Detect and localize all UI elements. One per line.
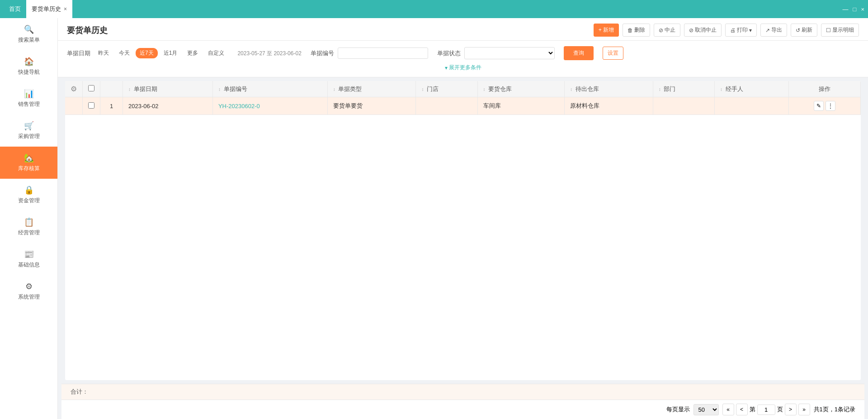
top-bar: 首页 要货单历史 × — □ × bbox=[0, 0, 868, 18]
page-last-btn[interactable]: » bbox=[798, 404, 810, 415]
maximize-btn[interactable]: □ bbox=[853, 6, 857, 13]
row-edit-btn[interactable]: ✎ bbox=[814, 101, 824, 111]
sidebar-item-label: 经营管理 bbox=[18, 229, 40, 237]
col-date-label: 单据日期 bbox=[134, 86, 157, 92]
row-checkbox[interactable] bbox=[88, 102, 94, 109]
col-store[interactable]: 门店 bbox=[416, 81, 477, 97]
sidebar-item-quicknav[interactable]: 🏠 快捷导航 bbox=[0, 50, 57, 82]
date-btn-1month[interactable]: 近1月 bbox=[160, 48, 182, 58]
footer-total-label: 合计： bbox=[71, 388, 88, 396]
sidebar-item-basic[interactable]: 📰 基础信息 bbox=[0, 243, 57, 275]
search-button[interactable]: 查询 bbox=[564, 46, 594, 60]
refresh-label: 刷新 bbox=[802, 26, 812, 34]
delete-icon: 🗑 bbox=[627, 27, 633, 33]
col-code-label: 单据编号 bbox=[224, 86, 247, 92]
search-menu-icon: 🔍 bbox=[24, 24, 34, 34]
select-all-checkbox[interactable] bbox=[88, 85, 94, 91]
delete-label: 删除 bbox=[634, 26, 645, 34]
data-table: ⚙ 单据日期 单据编号 bbox=[65, 81, 861, 115]
close-btn[interactable]: × bbox=[861, 6, 864, 13]
footer-bar: 合计： bbox=[61, 384, 864, 400]
delete-button[interactable]: 🗑 删除 bbox=[623, 24, 650, 37]
print-button[interactable]: 🖨 打印 ▾ bbox=[725, 24, 757, 37]
col-type[interactable]: 单据类型 bbox=[327, 81, 416, 97]
filter-date: 单据日期 昨天 今天 近7天 近1月 更多 自定义 bbox=[67, 48, 228, 58]
col-date[interactable]: 单据日期 bbox=[123, 81, 213, 97]
expand-icon: ▾ bbox=[445, 65, 448, 71]
filter-row-2: ▾ 展开更多条件 bbox=[67, 64, 859, 71]
table-container: ⚙ 单据日期 单据编号 bbox=[65, 81, 861, 380]
sidebar-item-sales[interactable]: 📊 销售管理 bbox=[0, 82, 57, 114]
col-req-warehouse[interactable]: 要货仓库 bbox=[477, 81, 565, 97]
close-tab-icon[interactable]: × bbox=[64, 6, 67, 12]
quick-nav-icon: 🏠 bbox=[24, 57, 34, 67]
expand-conditions-btn[interactable]: ▾ 展开更多条件 bbox=[445, 64, 481, 71]
export-button[interactable]: ↗ 导出 bbox=[760, 24, 787, 37]
active-tab[interactable]: 要货单历史 × bbox=[26, 0, 72, 18]
table-body: 1 2023-06-02 YH-20230602-0 要货单要货 车间库 原材料… bbox=[65, 97, 861, 115]
sidebar-item-inventory[interactable]: 🏡 库存核算 bbox=[0, 147, 57, 179]
add-button[interactable]: + 新增 bbox=[594, 24, 619, 37]
date-btn-today[interactable]: 今天 bbox=[115, 48, 134, 58]
sidebar-item-purchase[interactable]: 🛒 采购管理 bbox=[0, 114, 57, 147]
page-next-btn[interactable]: > bbox=[785, 404, 797, 415]
display-detail-label: 显示明细 bbox=[832, 26, 854, 34]
sidebar-item-operation[interactable]: 📋 经营管理 bbox=[0, 211, 57, 243]
cancel-suspend-button[interactable]: ⊘ 取消中止 bbox=[684, 24, 722, 37]
sidebar-item-finance[interactable]: 🔒 资金管理 bbox=[0, 179, 57, 211]
page-first-btn[interactable]: « bbox=[722, 404, 734, 415]
sidebar-item-label: 采购管理 bbox=[18, 133, 40, 140]
export-icon: ↗ bbox=[765, 27, 770, 33]
col-handler[interactable]: 经手人 bbox=[714, 81, 788, 97]
col-handler-label: 经手人 bbox=[726, 86, 743, 92]
home-tab-label: 首页 bbox=[9, 5, 21, 13]
table-header: ⚙ 单据日期 单据编号 bbox=[65, 81, 861, 97]
sidebar-item-label: 库存核算 bbox=[18, 165, 40, 172]
sidebar-item-system[interactable]: ⚙ 系统管理 bbox=[0, 275, 57, 307]
sidebar-item-label: 基础信息 bbox=[18, 261, 40, 269]
window-controls: — □ × bbox=[843, 6, 864, 13]
cancel-suspend-label: 取消中止 bbox=[695, 26, 717, 34]
suspend-button[interactable]: ⊘ 中止 bbox=[654, 24, 680, 37]
refresh-button[interactable]: ↺ 刷新 bbox=[791, 24, 817, 37]
date-btn-custom[interactable]: 自定义 bbox=[204, 48, 228, 58]
sidebar-item-label: 快捷导航 bbox=[18, 68, 40, 76]
status-select[interactable] bbox=[464, 47, 555, 59]
row-check bbox=[83, 97, 100, 115]
date-filter-label: 单据日期 bbox=[67, 49, 90, 57]
print-label: 打印 bbox=[737, 26, 748, 34]
page-input[interactable] bbox=[757, 405, 775, 415]
print-dropdown-icon: ▾ bbox=[749, 27, 752, 33]
sidebar-item-search[interactable]: 🔍 搜索菜单 bbox=[0, 18, 57, 50]
main-layout: 🔍 搜索菜单 🏠 快捷导航 📊 销售管理 🛒 采购管理 🏡 库存核算 🔒 资金管… bbox=[0, 18, 868, 419]
print-icon: 🖨 bbox=[730, 27, 736, 33]
page-size-select[interactable]: 50 10 20 100 bbox=[693, 404, 719, 415]
order-num-input[interactable] bbox=[338, 48, 428, 59]
col-settings: ⚙ bbox=[65, 81, 83, 97]
suspend-label: 中止 bbox=[665, 26, 675, 34]
settings-gear-icon[interactable]: ⚙ bbox=[71, 85, 77, 93]
minimize-btn[interactable]: — bbox=[843, 6, 849, 13]
date-range-display: 2023-05-27 至 2023-06-02 bbox=[237, 50, 301, 57]
display-detail-button[interactable]: ☐ 显示明细 bbox=[821, 24, 859, 37]
settings-button[interactable]: 设置 bbox=[603, 47, 623, 60]
date-btn-7days[interactable]: 近7天 bbox=[136, 48, 158, 58]
date-btn-more[interactable]: 更多 bbox=[183, 48, 202, 58]
home-tab[interactable]: 首页 bbox=[4, 0, 26, 18]
row-type: 要货单要货 bbox=[327, 97, 416, 115]
finance-icon: 🔒 bbox=[24, 185, 34, 195]
page-label: 第 bbox=[750, 405, 755, 414]
col-department[interactable]: 部门 bbox=[653, 81, 714, 97]
col-department-label: 部门 bbox=[664, 86, 675, 92]
date-btn-yesterday[interactable]: 昨天 bbox=[94, 48, 113, 58]
table-row: 1 2023-06-02 YH-20230602-0 要货单要货 车间库 原材料… bbox=[65, 97, 861, 115]
sidebar-item-label: 系统管理 bbox=[18, 293, 40, 301]
page-prev-btn[interactable]: < bbox=[736, 404, 748, 415]
row-more-btn[interactable]: ⋮ bbox=[826, 101, 835, 111]
col-req-warehouse-label: 要货仓库 bbox=[488, 86, 512, 92]
row-store bbox=[416, 97, 477, 115]
col-code[interactable]: 单据编号 bbox=[212, 81, 327, 97]
col-store-label: 门店 bbox=[427, 86, 439, 92]
row-code-link[interactable]: YH-20230602-0 bbox=[218, 103, 260, 110]
col-wait-warehouse[interactable]: 待出仓库 bbox=[565, 81, 653, 97]
